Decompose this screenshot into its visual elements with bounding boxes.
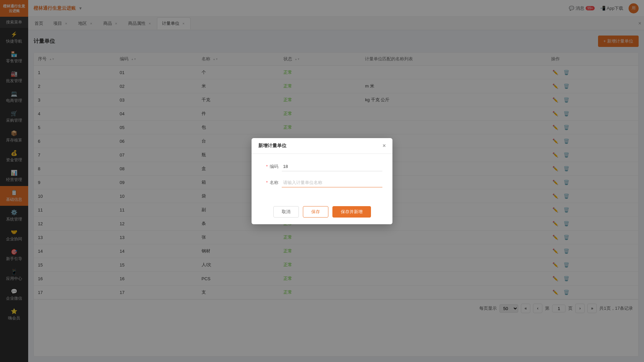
code-required-star: * bbox=[266, 164, 268, 169]
cancel-button[interactable]: 取消 bbox=[273, 206, 299, 218]
modal-title: 新增计量单位 bbox=[258, 143, 286, 149]
modal-body: * 编码 * 名称 bbox=[252, 154, 392, 202]
modal-close-btn[interactable]: × bbox=[383, 143, 386, 148]
save-and-new-button[interactable]: 保存并新增 bbox=[332, 206, 371, 218]
name-required-star: * bbox=[266, 180, 268, 185]
form-item-name: * 名称 bbox=[262, 178, 382, 187]
code-label: * 编码 bbox=[262, 164, 278, 170]
modal-header: 新增计量单位 × bbox=[252, 138, 392, 154]
name-input[interactable] bbox=[282, 178, 382, 187]
add-unit-modal: 新增计量单位 × * 编码 * 名称 取消 保存 保存并新增 bbox=[252, 138, 392, 224]
form-item-code: * 编码 bbox=[262, 162, 382, 171]
name-label: * 名称 bbox=[262, 180, 278, 186]
save-button[interactable]: 保存 bbox=[303, 206, 328, 218]
modal-overlay[interactable]: 新增计量单位 × * 编码 * 名称 取消 保存 保存并新增 bbox=[0, 0, 644, 362]
modal-footer: 取消 保存 保存并新增 bbox=[252, 202, 392, 224]
code-input[interactable] bbox=[282, 162, 382, 171]
